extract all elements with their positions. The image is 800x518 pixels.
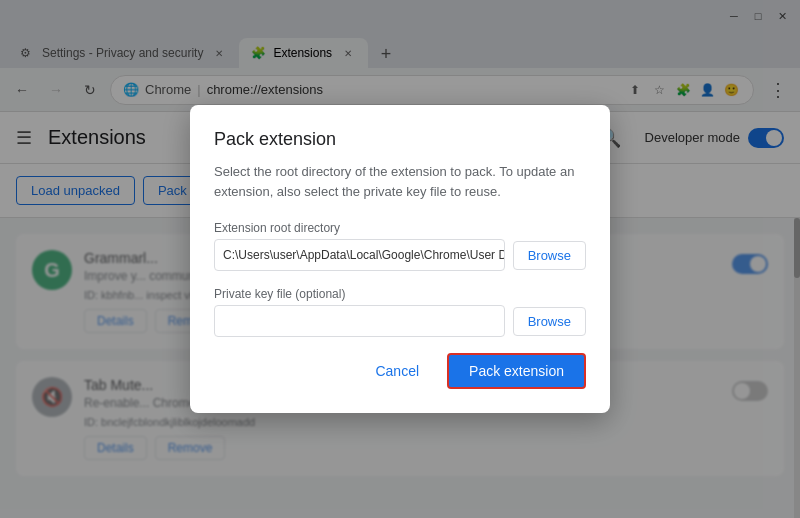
root-dir-value: C:\Users\user\AppData\Local\Google\Chrom… (223, 248, 505, 262)
dialog-title: Pack extension (214, 129, 586, 150)
browse-root-dir-button[interactable]: Browse (513, 241, 586, 270)
pack-extension-submit-button[interactable]: Pack extension (447, 353, 586, 389)
root-dir-label: Extension root directory (214, 221, 586, 235)
pack-extension-dialog: Pack extension Select the root directory… (190, 105, 610, 413)
key-file-input[interactable] (214, 305, 505, 337)
key-file-row: Browse (214, 305, 586, 337)
browse-key-file-button[interactable]: Browse (513, 307, 586, 336)
root-dir-row: C:\Users\user\AppData\Local\Google\Chrom… (214, 239, 586, 271)
dialog-description: Select the root directory of the extensi… (214, 162, 586, 201)
modal-overlay: Pack extension Select the root directory… (0, 0, 800, 518)
cancel-button[interactable]: Cancel (355, 353, 439, 389)
root-dir-input[interactable]: C:\Users\user\AppData\Local\Google\Chrom… (214, 239, 505, 271)
dialog-actions: Cancel Pack extension (214, 353, 586, 389)
key-file-label: Private key file (optional) (214, 287, 586, 301)
